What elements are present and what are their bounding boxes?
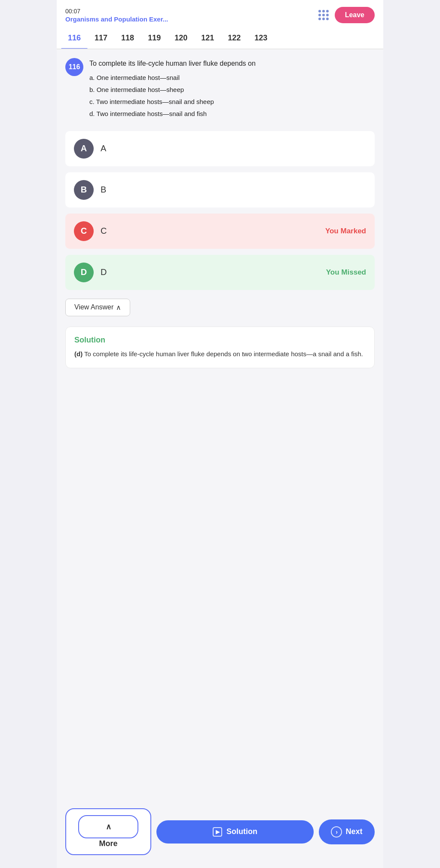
question-tab-bar: 116 117 118 119 120 121 122 123 — [57, 28, 383, 49]
header-left: 00:07 Organisms and Population Exer... — [65, 8, 168, 23]
view-answer-button[interactable]: View Answer ∧ — [65, 299, 130, 316]
option-d-circle: D — [74, 263, 94, 282]
question-number-badge: 116 — [65, 58, 83, 76]
bottom-navigation: ∧ More ▶ Solution › Next — [57, 802, 383, 868]
timer-display: 00:07 — [65, 8, 168, 15]
more-chevron-icon: ∧ — [78, 815, 138, 838]
solution-body: To complete its life-cycle human liver f… — [84, 350, 363, 358]
solution-text: (d) To complete its life-cycle human liv… — [74, 349, 366, 360]
next-button[interactable]: › Next — [319, 819, 375, 844]
chevron-up-icon: ∧ — [116, 303, 121, 312]
header-right: Leave — [318, 7, 375, 23]
solution-title: Solution — [74, 336, 366, 345]
question-option-a: a. One intermediate host—snail — [89, 73, 256, 83]
view-answer-label: View Answer — [74, 303, 113, 311]
tab-118[interactable]: 118 — [114, 28, 141, 49]
more-button[interactable]: ∧ More — [65, 808, 151, 855]
question-block: 116 To complete its life-cycle human liv… — [65, 58, 375, 121]
tab-119[interactable]: 119 — [141, 28, 168, 49]
option-d-label: D — [101, 267, 107, 277]
tab-121[interactable]: 121 — [194, 28, 221, 49]
option-a-row[interactable]: A A — [65, 131, 375, 166]
option-c-label: C — [101, 226, 107, 236]
quiz-title: Organisms and Population Exer... — [65, 15, 168, 23]
question-option-d: d. Two intermediate hosts—snail and fish — [89, 109, 256, 119]
header: 00:07 Organisms and Population Exer... L… — [57, 0, 383, 28]
options-container: A A B B C C You Marked D D You Missed — [65, 131, 375, 290]
option-b-row[interactable]: B B — [65, 172, 375, 208]
tab-122[interactable]: 122 — [221, 28, 248, 49]
option-b-circle: B — [74, 180, 94, 200]
question-title: To complete its life-cycle human liver f… — [89, 58, 256, 69]
option-c-row[interactable]: C C You Marked — [65, 214, 375, 249]
question-option-b: b. One intermediate host—sheep — [89, 85, 256, 95]
main-content: 116 To complete its life-cycle human liv… — [57, 49, 383, 420]
leave-button[interactable]: Leave — [335, 7, 375, 23]
option-d-row[interactable]: D D You Missed — [65, 255, 375, 290]
solution-card: Solution (d) To complete its life-cycle … — [65, 327, 375, 369]
you-missed-tag: You Missed — [326, 268, 366, 277]
question-text: To complete its life-cycle human liver f… — [89, 58, 256, 121]
option-a-label: A — [101, 144, 106, 153]
option-b-label: B — [101, 185, 106, 195]
tab-117[interactable]: 117 — [88, 28, 114, 49]
tab-116[interactable]: 116 — [61, 28, 88, 49]
more-label: More — [99, 839, 117, 848]
play-icon: ▶ — [213, 827, 222, 837]
next-label: Next — [345, 827, 362, 836]
solution-nav-button[interactable]: ▶ Solution — [156, 820, 314, 844]
tab-120[interactable]: 120 — [168, 28, 194, 49]
you-marked-tag: You Marked — [325, 227, 366, 235]
option-a-circle: A — [74, 139, 94, 159]
dots-grid-icon[interactable] — [318, 10, 329, 20]
next-arrow-icon: › — [331, 826, 342, 837]
option-c-circle: C — [74, 221, 94, 241]
solution-answer-bold: (d) — [74, 350, 82, 358]
tab-123[interactable]: 123 — [248, 28, 274, 49]
question-option-c: c. Two intermediate hosts—snail and shee… — [89, 97, 256, 107]
solution-nav-label: Solution — [226, 827, 257, 836]
